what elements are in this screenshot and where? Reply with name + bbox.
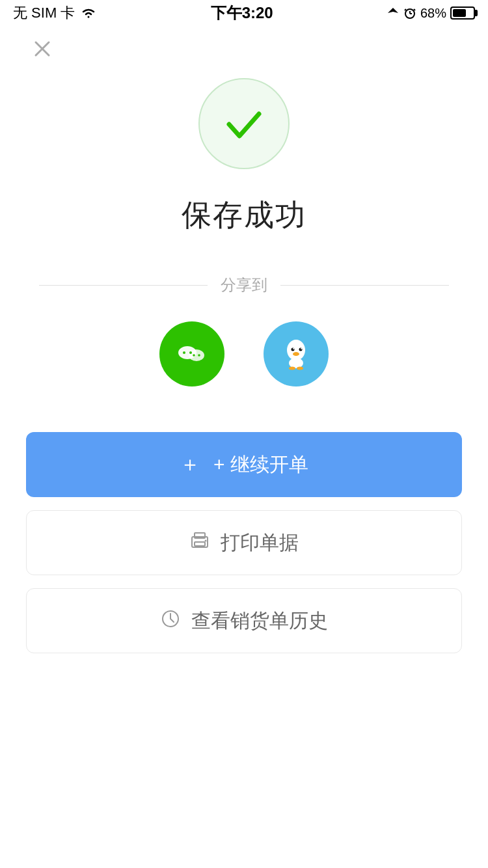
share-label: 分享到 [208, 275, 280, 295]
svg-point-16 [293, 348, 294, 349]
continue-button[interactable]: ＋ + 继续开单 [26, 432, 462, 497]
print-button[interactable]: 打印单据 [26, 510, 462, 575]
wechat-icon [172, 334, 211, 373]
svg-point-21 [297, 367, 303, 370]
checkmark-icon [221, 101, 267, 146]
no-sim-text: 无 SIM 卡 [13, 3, 75, 23]
alarm-icon [403, 7, 416, 20]
success-icon-circle [198, 78, 290, 169]
svg-point-9 [193, 354, 195, 357]
continue-label: + 继续开单 [213, 452, 308, 478]
divider-line-left [39, 285, 208, 286]
status-left: 无 SIM 卡 [13, 3, 97, 23]
history-label: 查看销货单历史 [191, 608, 328, 634]
qq-icon [277, 334, 316, 373]
qq-share-button[interactable] [264, 321, 329, 387]
close-button[interactable] [26, 33, 59, 65]
svg-rect-24 [195, 542, 205, 546]
svg-point-11 [287, 340, 305, 360]
svg-point-18 [293, 352, 299, 356]
svg-point-25 [205, 539, 207, 541]
divider-line-right [280, 285, 449, 286]
wifi-icon [80, 7, 97, 20]
status-right: 68% [386, 6, 475, 21]
svg-point-14 [291, 348, 295, 351]
history-icon [160, 608, 181, 634]
svg-point-10 [198, 354, 200, 357]
svg-point-20 [289, 367, 295, 370]
continue-icon: ＋ [180, 450, 200, 479]
location-icon [386, 7, 400, 20]
battery-icon [450, 7, 475, 20]
svg-point-7 [183, 351, 185, 354]
svg-point-19 [289, 358, 303, 368]
share-icons-row [159, 321, 329, 387]
action-buttons: ＋ + 继续开单 打印单据 查看销货单历 [0, 432, 488, 653]
wechat-share-button[interactable] [159, 321, 224, 387]
svg-point-17 [301, 348, 302, 349]
print-icon [189, 530, 210, 556]
battery-percent: 68% [420, 6, 446, 21]
status-bar: 无 SIM 卡 下午3:20 68% [0, 0, 488, 26]
svg-point-6 [189, 349, 204, 361]
svg-point-15 [299, 348, 303, 351]
success-title: 保存成功 [182, 195, 306, 236]
main-content: 保存成功 分享到 [0, 26, 488, 653]
history-button[interactable]: 查看销货单历史 [26, 588, 462, 653]
print-label: 打印单据 [221, 530, 299, 556]
share-divider: 分享到 [0, 275, 488, 295]
svg-point-8 [189, 351, 192, 354]
status-time: 下午3:20 [211, 3, 273, 23]
